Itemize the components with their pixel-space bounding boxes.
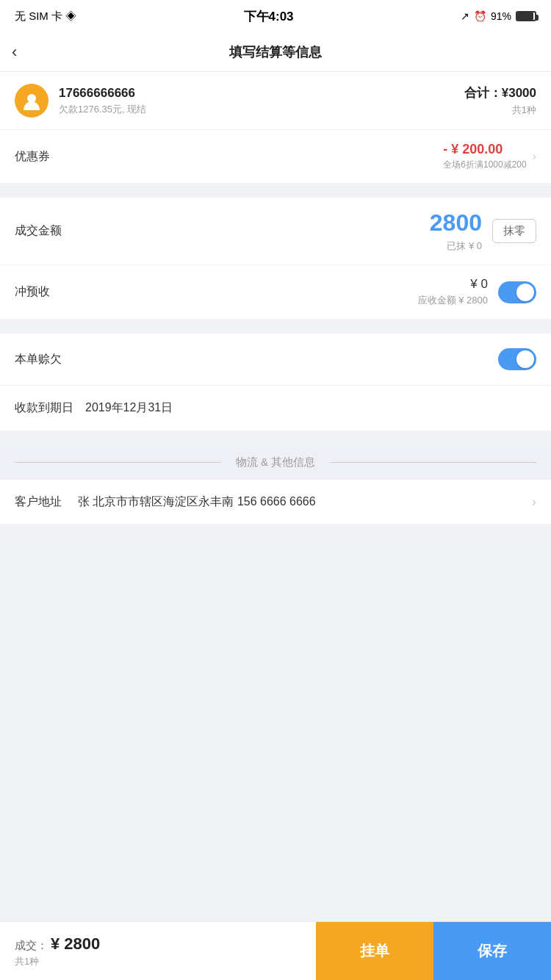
amount-label: 成交金额 [15,223,62,239]
bottom-summary-count: 共1种 [15,955,301,968]
page-title: 填写结算等信息 [229,43,322,61]
logistics-section: 物流 & 其他信息 [0,445,551,480]
battery-text: 91% [491,10,511,22]
customer-left: 17666666666 欠款1276.35元, 现结 [15,84,146,118]
prepay-amount: ¥ 0 [418,277,488,292]
bottom-summary: 成交： ¥ 2800 共1种 [0,934,316,968]
chevron-right-icon: › [533,150,536,163]
debit-toggle[interactable] [498,348,536,370]
prepay-label: 冲预收 [15,284,50,300]
customer-card: 17666666666 欠款1276.35元, 现结 合计：¥3000 共1种 … [0,72,551,183]
amount-row: 成交金额 2800 已抹 ¥ 0 抹零 [0,198,551,265]
amount-card: 成交金额 2800 已抹 ¥ 0 抹零 冲预收 ¥ 0 应收金额 ¥ 2800 [0,198,551,319]
address-value: 张 北京市市辖区海淀区永丰南 156 6666 6666 [78,493,526,511]
address-chevron-icon: › [532,494,536,510]
sim-status: 无 SIM 卡 ◈ [15,10,76,24]
coupon-discount: - ¥ 200.00 [443,142,526,157]
section-divider-1 [0,190,551,198]
nav-bar: ‹ 填写结算等信息 [0,32,551,72]
avatar [15,84,48,118]
status-time: 下午4:03 [244,8,294,25]
prepay-row: 冲预收 ¥ 0 应收金额 ¥ 2800 [0,265,551,319]
address-card: 客户地址 张 北京市市辖区海淀区永丰南 156 6666 6666 › [0,480,551,524]
logistics-line-left [15,462,221,463]
address-label: 客户地址 [15,494,66,510]
bottom-bar: 成交： ¥ 2800 共1种 挂单 保存 [0,921,551,980]
due-date-value: 2019年12月31日 [85,400,173,416]
prepay-toggle[interactable] [498,281,536,303]
prepay-sub-text: 应收金额 ¥ 2800 [418,294,488,307]
back-button[interactable]: ‹ [12,43,17,62]
status-right: ↗ ⏰ 91% [461,10,536,22]
section-divider-3 [0,438,551,445]
total-amount: 合计：¥3000 [464,84,536,101]
bottom-summary-label: 成交： [15,939,48,953]
amount-value[interactable]: 2800 [430,209,482,237]
due-date-row: 收款到期日 2019年12月31日 [0,385,551,430]
coupon-label: 优惠券 [15,149,50,165]
total-count: 共1种 [464,104,536,117]
due-date-label: 收款到期日 [15,400,73,416]
prepay-values: ¥ 0 应收金额 ¥ 2800 [418,277,488,307]
status-left: 无 SIM 卡 ◈ [15,10,76,24]
section-divider-2 [0,326,551,334]
save-button[interactable]: 保存 [433,922,551,981]
coupon-row[interactable]: 优惠券 - ¥ 200.00 全场6折满1000减200 › [0,129,551,183]
empty-space [0,531,551,649]
customer-sub-text: 欠款1276.35元, 现结 [59,103,146,116]
bottom-summary-amount: ¥ 2800 [51,934,100,954]
customer-row: 17666666666 欠款1276.35元, 现结 合计：¥3000 共1种 [0,72,551,129]
debit-card: 本单赊欠 收款到期日 2019年12月31日 [0,334,551,430]
logistics-line-right [330,462,536,463]
alarm-icon: ⏰ [474,10,486,22]
logistics-text: 物流 & 其他信息 [236,455,315,469]
prepay-right: ¥ 0 应收金额 ¥ 2800 [418,277,536,307]
bottom-summary-row: 成交： ¥ 2800 [15,934,301,954]
debit-row: 本单赊欠 [0,334,551,385]
content: 17666666666 欠款1276.35元, 现结 合计：¥3000 共1种 … [0,72,551,715]
debit-label: 本单赊欠 [15,352,62,367]
amount-right: 2800 已抹 ¥ 0 抹零 [430,209,536,253]
customer-phone: 17666666666 [59,86,146,101]
customer-info: 17666666666 欠款1276.35元, 现结 [59,86,146,116]
customer-right: 合计：¥3000 共1种 [464,84,536,117]
coupon-right: - ¥ 200.00 全场6折满1000减200 › [443,142,536,171]
address-row[interactable]: 客户地址 张 北京市市辖区海淀区永丰南 156 6666 6666 › [0,480,551,524]
round-button[interactable]: 抹零 [492,219,536,243]
status-bar: 无 SIM 卡 ◈ 下午4:03 ↗ ⏰ 91% [0,0,551,32]
amount-sub-text: 已抹 ¥ 0 [430,239,482,253]
coupon-description: 全场6折满1000减200 [443,159,526,171]
battery-icon [516,11,536,21]
pending-button[interactable]: 挂单 [316,922,433,981]
location-icon: ↗ [461,10,469,22]
